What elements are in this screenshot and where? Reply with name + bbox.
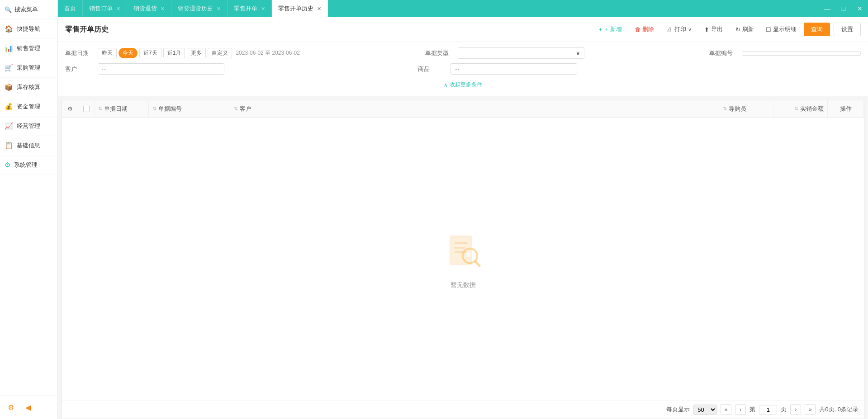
first-page-button[interactable]: «	[721, 404, 731, 415]
svg-point-7	[466, 252, 471, 257]
pagination: 每页显示 50 10 20 100 « ‹ 第 页 ›	[62, 400, 864, 419]
sidebar-footer: ⚙ ◀	[0, 395, 57, 419]
sidebar-item-label: 资金管理	[17, 103, 40, 111]
date-buttons: 昨天 今天 近7天 近1月 更多 自定义 2023-06-02 至 2023-0…	[98, 48, 300, 58]
sidebar-item-system[interactable]: ⚙ 系统管理	[0, 155, 57, 175]
th-settings[interactable]: ⚙	[62, 100, 78, 117]
tab-sales-order[interactable]: 销售订单 ✕	[83, 0, 127, 17]
next-page-button[interactable]: ›	[790, 404, 801, 415]
tab-retail-open-label: 零售开单	[234, 5, 257, 13]
settings-icon: ⚙	[8, 403, 14, 412]
tab-sales-order-label: 销售订单	[89, 5, 113, 13]
print-button[interactable]: 🖨 打印 ∨	[662, 23, 696, 36]
customer-input[interactable]: ···	[98, 63, 224, 75]
th-date[interactable]: ⇅ 单据日期	[95, 100, 149, 117]
sidebar-search[interactable]: 🔍 搜索菜单	[0, 0, 57, 19]
customer-filter-label: 客户	[65, 65, 90, 73]
next-page-icon: ›	[795, 406, 797, 413]
tab-home-label: 首页	[64, 5, 76, 13]
tab-sales-return[interactable]: 销货退货 ✕	[127, 0, 171, 17]
tab-retail-open-close[interactable]: ✕	[261, 6, 265, 12]
query-button[interactable]: 查询	[804, 23, 830, 36]
th-customer[interactable]: ⇅ 客户	[230, 100, 719, 117]
delete-button[interactable]: 🗑 删除	[630, 23, 659, 36]
print-dropdown-icon: ∨	[688, 27, 692, 33]
date-range-text: 2023-06-02 至 2023-06-02	[236, 49, 299, 57]
table-area: ⚙ ⇅ 单据日期 ⇅ 单据编号 ⇅ 客户 ⇅	[62, 100, 864, 419]
close-button[interactable]: ✕	[852, 0, 868, 17]
export-button[interactable]: ⬆ 导出	[700, 23, 727, 36]
sort-amount-icon: ⇅	[794, 106, 798, 112]
collapse-more-btn[interactable]: ∧ 收起更多条件	[65, 79, 861, 90]
type-filter-label: 单据类型	[425, 49, 451, 57]
content-area: 零售开单历史 ＋ + 新增 🗑 删除 🖨 打印 ∨ ⬆ 导出	[58, 17, 868, 419]
search-icon: 🔍	[5, 6, 12, 13]
date-yesterday-btn[interactable]: 昨天	[98, 48, 117, 58]
date-7days-btn[interactable]: 近7天	[139, 48, 161, 58]
display-detail-button[interactable]: ☐ 显示明细	[762, 23, 800, 36]
sort-date-icon: ⇅	[98, 106, 102, 112]
tab-retail-open-history[interactable]: 零售开单历史 ✕	[272, 0, 328, 17]
per-page-label: 每页显示	[666, 405, 690, 414]
tab-retail-open[interactable]: 零售开单 ✕	[228, 0, 272, 17]
page-number-input[interactable]	[759, 405, 777, 414]
sidebar-search-label: 搜索菜单	[14, 5, 38, 14]
th-salesperson[interactable]: ⇅ 导购员	[719, 100, 773, 117]
delete-icon: 🗑	[635, 26, 640, 33]
window-controls: — □ ✕	[819, 0, 868, 17]
table-settings-icon: ⚙	[67, 105, 73, 112]
last-page-button[interactable]: »	[805, 404, 816, 415]
tab-home[interactable]: 首页	[58, 0, 83, 17]
purchase-icon: 🛒	[5, 64, 13, 72]
sidebar-item-sales-mgmt[interactable]: 📊 销售管理	[0, 39, 57, 58]
th-checkbox[interactable]	[78, 100, 95, 117]
svg-rect-1	[452, 238, 470, 263]
first-page-icon: «	[725, 406, 728, 413]
settings-button[interactable]: 设置	[834, 23, 861, 36]
sidebar-settings-button[interactable]: ⚙	[5, 401, 17, 414]
svg-rect-2	[454, 242, 468, 244]
sn-input[interactable]	[742, 51, 861, 56]
date-custom-btn[interactable]: 自定义	[208, 48, 232, 58]
checkbox-icon: ☐	[766, 26, 771, 33]
date-more-btn[interactable]: 更多	[187, 48, 206, 58]
tab-sales-order-close[interactable]: ✕	[116, 6, 120, 12]
main-area: 首页 销售订单 ✕ 销货退货 ✕ 销货退货历史 ✕ 零售开单 ✕ 零售开单历史 …	[58, 0, 868, 419]
maximize-button[interactable]: □	[835, 0, 852, 17]
date-today-btn[interactable]: 今天	[119, 48, 138, 58]
add-button[interactable]: ＋ + 新增	[593, 23, 626, 36]
sidebar-collapse-button[interactable]: ◀	[22, 401, 34, 414]
tab-sales-return-close[interactable]: ✕	[161, 6, 165, 12]
per-page-select[interactable]: 50 10 20 100	[693, 405, 717, 415]
sidebar-item-base-info[interactable]: 📋 基础信息	[0, 136, 57, 155]
sidebar-item-purchase-mgmt[interactable]: 🛒 采购管理	[0, 58, 57, 78]
svg-rect-3	[454, 247, 465, 249]
sidebar: 🔍 搜索菜单 🏠 快捷导航 📊 销售管理 🛒 采购管理 📦 库存核算 💰 资金管…	[0, 0, 58, 419]
select-all-checkbox[interactable]	[83, 106, 90, 112]
date-1month-btn[interactable]: 近1月	[163, 48, 185, 58]
sidebar-item-operations[interactable]: 📈 经营管理	[0, 117, 57, 136]
filter-row-2: 客户 ··· 商品 ···	[65, 63, 861, 75]
add-icon: ＋	[598, 25, 603, 33]
sidebar-item-inventory[interactable]: 📦 库存核算	[0, 78, 57, 97]
tab-sales-return-label: 销货退货	[133, 5, 157, 13]
tab-sales-return-history[interactable]: 销货退货历史 ✕	[171, 0, 228, 17]
close-icon: ✕	[857, 5, 863, 12]
minimize-button[interactable]: —	[819, 0, 835, 17]
refresh-button[interactable]: ↻ 刷新	[731, 23, 759, 36]
goods-dots: ···	[455, 66, 460, 72]
prev-page-button[interactable]: ‹	[735, 404, 746, 415]
th-sn[interactable]: ⇅ 单据编号	[149, 100, 230, 117]
tab-sales-return-history-close[interactable]: ✕	[217, 6, 221, 12]
empty-text: 暂无数据	[451, 281, 476, 289]
tab-retail-open-history-close[interactable]: ✕	[317, 6, 321, 12]
sidebar-item-label: 采购管理	[17, 64, 40, 72]
goods-input[interactable]: ···	[451, 63, 577, 75]
sidebar-item-quick-nav[interactable]: 🏠 快捷导航	[0, 19, 57, 39]
sidebar-item-finance[interactable]: 💰 资金管理	[0, 97, 57, 117]
th-amount[interactable]: ⇅ 实销金额	[773, 100, 828, 117]
type-select[interactable]: ∨	[458, 47, 584, 59]
print-icon: 🖨	[667, 26, 673, 33]
sales-icon: 📊	[5, 44, 13, 52]
page-suffix: 页	[781, 405, 787, 414]
